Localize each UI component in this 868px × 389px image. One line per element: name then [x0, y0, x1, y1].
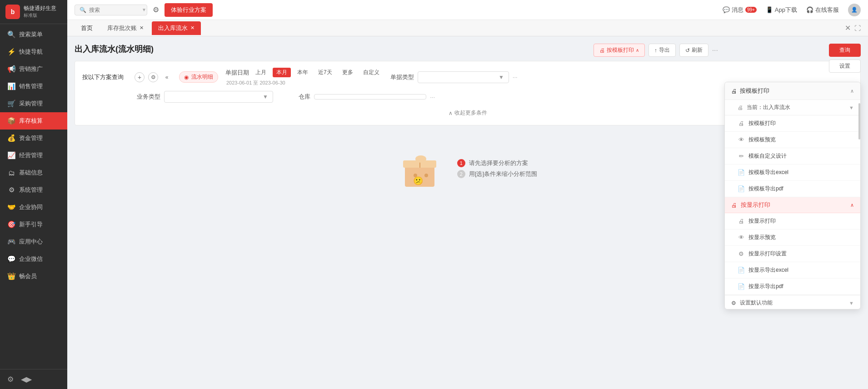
dropdown-section-display[interactable]: 🖨 按显示打印 ∧	[725, 197, 860, 213]
footer-settings-icon[interactable]: ⚙	[7, 375, 14, 384]
display-excel-icon: 📄	[738, 267, 745, 274]
user-avatar[interactable]: 👤	[848, 4, 861, 16]
sidebar-nav: 🔍 搜索菜单 ⚡ 快捷导航 📢 营销推广 📊 销售管理 🛒 采购管理 📦 库存核…	[0, 24, 67, 369]
box-svg: 😕	[398, 148, 444, 189]
dropdown-item-template-preview[interactable]: 👁 按模板预览	[725, 132, 860, 148]
industry-btn[interactable]: 体验行业方案	[165, 3, 213, 17]
sidebar-item-marketing[interactable]: 📢 营销推广	[0, 60, 67, 78]
dropdown-item-display-settings[interactable]: ⚙ 按显示打印设置	[725, 246, 860, 262]
dropdown-current-item[interactable]: 🖨 当前：出入库流水 ▼	[725, 100, 860, 115]
sidebar-item-member[interactable]: 👑 畅会员	[0, 268, 67, 285]
filter-add-button[interactable]: +	[135, 72, 145, 82]
cooperation-icon: 🤝	[7, 203, 15, 211]
filter-collapse-button[interactable]: «	[162, 72, 172, 82]
sidebar-item-system[interactable]: ⚙ 系统管理	[0, 181, 67, 199]
tab-batch[interactable]: 库存批次账 ✕	[101, 21, 150, 35]
page-content-area: 出入库流水(流水明细) 按以下方案查询 + ⚙ « ◉ 流水明细	[67, 36, 868, 389]
topbar-right: 💬 消息 99+ 📱 App下载 🎧 在线客服 👤	[723, 4, 861, 16]
date-option-lastmonth[interactable]: 上月	[252, 68, 270, 77]
tab-flowdetail[interactable]: 出入库流水 ✕	[152, 21, 201, 35]
biz-type-field: 业务类型 ▼	[137, 91, 273, 103]
tab-close-all-icon[interactable]: ✕	[845, 24, 851, 32]
sidebar-item-purchase[interactable]: 🛒 采购管理	[0, 95, 67, 112]
dropdown-expand-icon[interactable]: ∧	[850, 88, 854, 94]
query-button[interactable]: 查询	[829, 44, 861, 57]
guide-icon: 🎯	[7, 220, 15, 229]
tab-expand-icon[interactable]: ⛶	[854, 25, 861, 32]
date-option-custom[interactable]: 自定义	[359, 68, 383, 77]
sidebar: b 畅捷通好生意 标准版 🔍 搜索菜单 ⚡ 快捷导航 📢 营销推广 📊 销售管理…	[0, 0, 67, 389]
more-actions-icon[interactable]: ···	[712, 46, 718, 55]
dropdown-scroll: 🖨 当前：出入库流水 ▼ 🖨 按模板打印 👁 按模板预览 ✏ 模板自定义设计	[725, 100, 860, 309]
date-range-text: 2023-06-01 至 2023-06-30	[225, 79, 383, 86]
print-template-button[interactable]: 🖨 按模板打印 ∧	[594, 44, 645, 57]
notifications-btn[interactable]: 💬 消息 99+	[723, 6, 757, 14]
sidebar-item-inventory[interactable]: 📦 库存核算	[0, 112, 67, 130]
warehouse-select[interactable]	[314, 94, 426, 100]
hint-num-1: 1	[457, 159, 465, 167]
chevron-up-small-icon: ∧	[636, 48, 639, 53]
sidebar-item-shortcut[interactable]: ⚡ 快捷导航	[0, 43, 67, 60]
dropdown-item-template-custom[interactable]: ✏ 模板自定义设计	[725, 148, 860, 165]
dropdown-footer[interactable]: ⚙ 设置默认功能 ▼	[725, 295, 860, 309]
sidebar-item-cooperation[interactable]: 🤝 企业协同	[0, 199, 67, 216]
hint-text-1: 请先选择要分析的方案	[469, 159, 528, 167]
sidebar-item-search[interactable]: 🔍 搜索菜单	[0, 26, 67, 43]
bell-icon: 💬	[723, 6, 730, 13]
dropdown-header-actions: ∧	[850, 88, 854, 94]
date-option-thisyear[interactable]: 本年	[294, 68, 312, 77]
refresh-button[interactable]: ↺ 刷新	[679, 44, 708, 57]
export-button[interactable]: ↑ 导出	[649, 44, 676, 57]
footer-settings-icon: ⚙	[731, 300, 736, 306]
template-print-icon: 🖨	[738, 120, 745, 127]
warehouse-more-icon[interactable]: ···	[430, 94, 435, 100]
svg-point-3	[415, 155, 426, 163]
filter-setting-button[interactable]: ⚙	[148, 72, 158, 82]
empty-illustration: 😕	[398, 148, 444, 189]
date-option-7days[interactable]: 近7天	[314, 68, 336, 77]
app-name-block: 畅捷通好生意 标准版	[24, 5, 56, 19]
dropdown-item-display-preview[interactable]: 👁 按显示预览	[725, 229, 860, 246]
tab-home-label: 首页	[81, 24, 93, 32]
settings-button[interactable]: 设置	[829, 60, 861, 73]
current-label: 当前：出入库流水	[747, 104, 790, 111]
sidebar-item-operations[interactable]: 📈 经营管理	[0, 147, 67, 164]
sidebar-item-finance[interactable]: 💰 资金管理	[0, 130, 67, 147]
sidebar-item-label: 销售管理	[19, 82, 43, 90]
footer-collapse-icon[interactable]: ◀▶	[21, 375, 32, 384]
dropdown-title: 🖨 按模板打印	[731, 87, 769, 95]
type-select[interactable]: ▼	[418, 71, 509, 83]
gear-icon[interactable]: ⚙	[153, 5, 159, 14]
dropdown-item-template-print[interactable]: 🖨 按模板打印	[725, 115, 860, 132]
date-option-thismonth[interactable]: 本月	[273, 68, 291, 77]
sidebar-item-wechat[interactable]: 💬 企业微信	[0, 250, 67, 268]
dropdown-item-template-excel[interactable]: 📄 按模板导出excel	[725, 165, 860, 181]
sidebar-item-sales[interactable]: 📊 销售管理	[0, 78, 67, 95]
dropdown-item-display-print[interactable]: 🖨 按显示打印	[725, 213, 860, 229]
tab-home[interactable]: 首页	[75, 21, 99, 35]
topbar-search-box[interactable]: 🔍 ▼	[75, 5, 147, 15]
sidebar-item-guide[interactable]: 🎯 新手引导	[0, 216, 67, 233]
template-preview-label: 按模板预览	[748, 136, 776, 144]
tab-flowdetail-close-icon[interactable]: ✕	[190, 25, 195, 31]
tab-batch-close-icon[interactable]: ✕	[140, 25, 144, 31]
search-icon: 🔍	[80, 7, 86, 13]
notifications-label: 消息	[732, 6, 743, 14]
type-dropdown-icon: ▼	[499, 74, 504, 80]
dropdown-item-display-excel[interactable]: 📄 按显示导出excel	[725, 262, 860, 279]
active-filter-tag[interactable]: ◉ 流水明细	[179, 71, 218, 83]
page-top-actions: 🖨 按模板打印 ∧ ↑ 导出 ↺ 刷新 ···	[594, 44, 718, 57]
biz-type-select[interactable]: ▼	[164, 91, 273, 103]
date-option-more[interactable]: 更多	[339, 68, 357, 77]
search-input[interactable]	[89, 7, 139, 13]
dropdown-item-display-pdf[interactable]: 📄 按显示导出pdf	[725, 279, 860, 295]
filter-actions: + ⚙ «	[135, 72, 172, 82]
app-download-btn[interactable]: 📱 App下载	[766, 6, 797, 14]
app-badge: 标准版	[24, 12, 56, 19]
sidebar-item-apps[interactable]: 🎮 应用中心	[0, 233, 67, 250]
type-more-icon[interactable]: ···	[513, 74, 518, 80]
sidebar-item-basic[interactable]: 🗂 基础信息	[0, 164, 67, 181]
online-service-btn[interactable]: 🎧 在线客服	[806, 6, 839, 14]
collapse-button[interactable]: ∧ 收起更多条件	[444, 107, 492, 119]
dropdown-item-template-pdf[interactable]: 📄 按模板导出pdf	[725, 181, 860, 197]
